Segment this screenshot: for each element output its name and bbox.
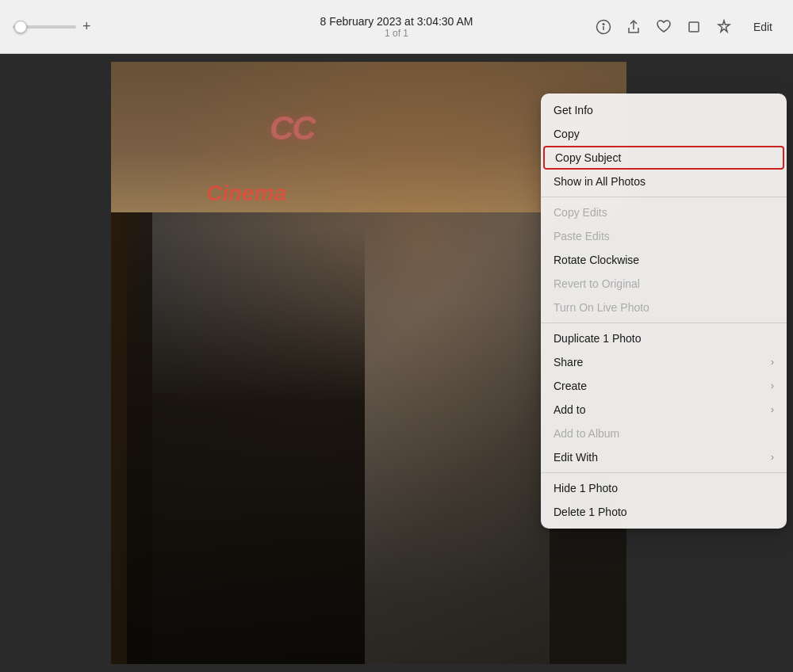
favorite-icon[interactable] [655,18,672,36]
menu-item-revert-to-original: Revert to Original [541,272,787,296]
toolbar-actions: Edit [595,17,780,36]
menu-item-hide-1-photo[interactable]: Hide 1 Photo [541,476,787,500]
photo-info: 8 February 2023 at 3:04:30 AM 1 of 1 [320,15,473,39]
zoom-slider[interactable] [13,25,76,29]
menu-separator-1 [541,197,787,197]
menu-separator-2 [541,323,787,323]
menu-item-paste-edits: Paste Edits [541,224,787,248]
menu-item-copy-subject[interactable]: Copy Subject [543,146,784,170]
svg-rect-3 [689,22,699,32]
menu-item-rotate-clockwise[interactable]: Rotate Clockwise [541,248,787,272]
zoom-plus-button[interactable]: + [82,18,91,35]
photo-count: 1 of 1 [320,28,473,39]
share-icon[interactable] [625,18,642,36]
edit-with-chevron-icon: › [771,452,774,463]
menu-separator-3 [541,472,787,473]
menu-item-turn-on-live-photo: Turn On Live Photo [541,296,787,319]
menu-item-get-info[interactable]: Get Info [541,98,787,122]
menu-item-share[interactable]: Share › [541,350,787,374]
menu-item-add-to[interactable]: Add to › [541,398,787,422]
create-chevron-icon: › [771,380,774,391]
photo-cinema-text: Cinema [206,181,286,206]
photo-cinema-sign: CC [270,109,315,147]
menu-item-create[interactable]: Create › [541,374,787,398]
menu-item-edit-with[interactable]: Edit With › [541,445,787,469]
enhance-icon[interactable] [715,18,733,36]
add-to-chevron-icon: › [771,404,774,415]
menu-item-show-in-all-photos[interactable]: Show in All Photos [541,170,787,193]
photo-date: 8 February 2023 at 3:04:30 AM [320,15,473,28]
menu-item-add-to-album: Add to Album [541,422,787,445]
edit-button[interactable]: Edit [745,17,780,36]
svg-point-2 [603,23,604,25]
zoom-slider-thumb[interactable] [14,21,27,33]
share-chevron-icon: › [771,357,774,368]
context-menu: Get Info Copy Copy Subject Show in All P… [541,94,787,529]
menu-item-delete-1-photo[interactable]: Delete 1 Photo [541,500,787,524]
info-icon[interactable] [595,18,612,36]
app-header: + 8 February 2023 at 3:04:30 AM 1 of 1 [0,0,793,54]
menu-item-copy-edits: Copy Edits [541,200,787,224]
menu-item-duplicate-1-photo[interactable]: Duplicate 1 Photo [541,326,787,350]
photo-person-area [127,228,365,664]
crop-icon[interactable] [685,18,703,36]
menu-item-copy[interactable]: Copy [541,122,787,146]
zoom-controls: + [13,18,91,35]
